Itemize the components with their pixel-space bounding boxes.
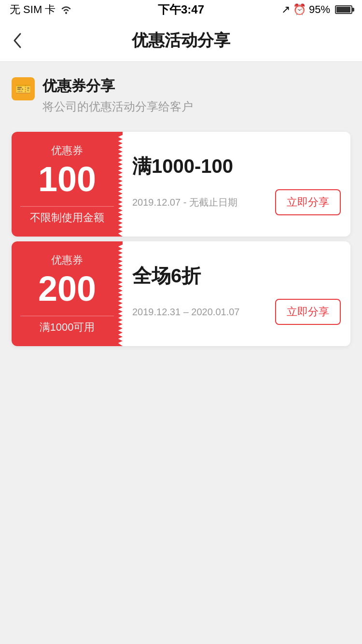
battery-percent: 95% xyxy=(309,3,330,16)
coupon-amount-1: 100 xyxy=(38,162,96,196)
coupon-type-2: 优惠券 xyxy=(51,253,83,267)
coupon-stub-1: 优惠券 100 不限制使用金额 xyxy=(12,132,123,237)
coupon-divider-1 xyxy=(20,206,114,207)
back-button[interactable] xyxy=(12,32,22,49)
wifi-icon xyxy=(59,5,73,14)
coupon-date-1: 2019.12.07 - 无截止日期 xyxy=(132,196,269,209)
status-time: 下午3:47 xyxy=(158,2,204,17)
status-indicators: ↗ ⏰ 95% xyxy=(281,3,352,16)
status-bar: 无 SIM 卡 下午3:47 ↗ ⏰ 95% xyxy=(0,0,362,19)
nav-bar: 优惠活动分享 xyxy=(0,19,362,62)
page-title: 优惠活动分享 xyxy=(132,29,230,52)
coupon-card-2: 优惠券 200 满1000可用 全场6折 2019.12.31 – 2020.0… xyxy=(12,241,350,346)
status-carrier: 无 SIM 卡 xyxy=(10,2,73,17)
section-icon: 🎫 xyxy=(12,77,35,100)
coupon-amount-2: 200 xyxy=(38,271,96,306)
share-button-2[interactable]: 立即分享 xyxy=(275,299,341,325)
coupon-type-1: 优惠券 xyxy=(51,143,83,158)
coupon-meta-1: 2019.12.07 - 无截止日期 立即分享 xyxy=(132,189,341,215)
coupon-title-2: 全场6折 xyxy=(132,263,341,289)
coupon-card-1: 优惠券 100 不限制使用金额 满1000-100 2019.12.07 - 无… xyxy=(12,132,350,237)
coupon-condition-2: 满1000可用 xyxy=(40,320,95,335)
carrier-text: 无 SIM 卡 xyxy=(10,2,56,17)
section-text: 优惠券分享 将公司的优惠活动分享给客户 xyxy=(42,76,193,114)
alarm-icon: ⏰ xyxy=(293,3,306,16)
section-title: 优惠券分享 xyxy=(42,76,193,96)
svg-point-0 xyxy=(65,12,67,14)
share-button-1[interactable]: 立即分享 xyxy=(275,189,341,215)
coupon-detail-1: 满1000-100 2019.12.07 - 无截止日期 立即分享 xyxy=(123,132,350,237)
coupon-date-2: 2019.12.31 – 2020.01.07 xyxy=(132,307,269,318)
location-icon: ↗ xyxy=(281,3,290,16)
coupon-divider-2 xyxy=(20,316,114,316)
section-subtitle: 将公司的优惠活动分享给客户 xyxy=(42,99,193,114)
coupon-list: 优惠券 100 不限制使用金额 满1000-100 2019.12.07 - 无… xyxy=(0,122,362,356)
empty-area xyxy=(0,356,362,597)
coupon-title-1: 满1000-100 xyxy=(132,153,341,180)
coupon-detail-2: 全场6折 2019.12.31 – 2020.01.07 立即分享 xyxy=(123,241,350,346)
section-header: 🎫 优惠券分享 将公司的优惠活动分享给客户 xyxy=(0,62,362,122)
coupon-stub-2: 优惠券 200 满1000可用 xyxy=(12,241,123,346)
coupon-condition-1: 不限制使用金额 xyxy=(30,210,104,225)
coupon-meta-2: 2019.12.31 – 2020.01.07 立即分享 xyxy=(132,299,341,325)
battery-icon xyxy=(335,5,352,14)
